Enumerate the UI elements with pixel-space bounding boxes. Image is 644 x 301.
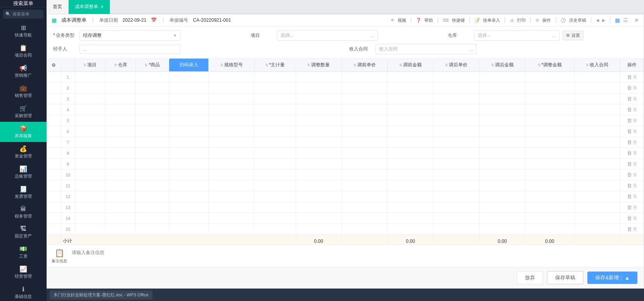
row-copy-btn[interactable]: ⎘ <box>634 85 637 91</box>
row-unit-cell[interactable] <box>254 148 296 159</box>
row-spec-cell[interactable] <box>209 126 254 137</box>
sidebar-item-quick-nav[interactable]: ⊞ 快速导航 <box>0 21 47 41</box>
row-product-cell[interactable] <box>136 126 169 137</box>
row-copy-btn[interactable]: ⎘ <box>634 194 637 199</box>
agent-input[interactable]: ... <box>80 45 180 54</box>
row-delete-btn[interactable]: 🗑 <box>627 96 632 102</box>
row-spec-cell[interactable] <box>209 180 254 191</box>
row-post-price-cell[interactable] <box>433 93 479 104</box>
row-unit-cell[interactable] <box>254 126 296 137</box>
row-pre-price-cell[interactable] <box>341 93 387 104</box>
row-pre-price-cell[interactable] <box>341 191 387 202</box>
row-post-price-cell[interactable] <box>433 159 479 170</box>
taskbar-item-wps[interactable]: 木门行业好业财处理方案-墨红红.doc - WPS Office <box>50 291 152 299</box>
row-adj-qty-cell[interactable] <box>296 104 341 115</box>
row-scan-cell[interactable] <box>169 137 209 148</box>
row-project-cell[interactable] <box>75 137 105 148</box>
row-spec-cell[interactable] <box>209 72 254 83</box>
row-adj-amount-cell[interactable] <box>525 213 574 224</box>
row-product-cell[interactable] <box>136 191 169 202</box>
row-unit-cell[interactable] <box>254 224 296 235</box>
row-warehouse-cell[interactable] <box>105 104 135 115</box>
row-pre-price-cell[interactable] <box>341 180 387 191</box>
row-product-cell[interactable] <box>136 224 169 235</box>
sidebar-item-project-contract[interactable]: 📋 项目合同 <box>0 41 47 61</box>
row-delete-btn[interactable]: 🗑 <box>627 226 632 232</box>
row-pre-price-cell[interactable] <box>341 224 387 235</box>
row-pre-amount-cell[interactable] <box>388 148 433 159</box>
row-adj-amount-cell[interactable] <box>525 126 574 137</box>
row-delete-btn[interactable]: 🗑 <box>627 204 632 210</box>
row-spec-cell[interactable] <box>209 170 254 180</box>
row-income-contract-cell[interactable] <box>574 72 620 83</box>
row-delete-btn[interactable]: 🗑 <box>627 194 632 199</box>
row-adj-amount-cell[interactable] <box>525 159 574 170</box>
row-pre-price-cell[interactable] <box>341 148 387 159</box>
row-unit-cell[interactable] <box>254 93 296 104</box>
toolbar-single-entry-btn[interactable]: 按单录入 <box>483 17 500 23</box>
row-post-price-cell[interactable] <box>433 126 479 137</box>
row-scan-cell[interactable] <box>169 93 209 104</box>
discard-button[interactable]: 放弃 <box>517 271 543 284</box>
row-project-cell[interactable] <box>75 104 105 115</box>
row-post-amount-cell[interactable] <box>479 213 525 224</box>
row-product-cell[interactable] <box>136 104 169 115</box>
save-draft-button[interactable]: 保存草稿 <box>547 271 583 284</box>
sidebar-item-basic-info[interactable]: ℹ 基础信息 <box>0 282 47 301</box>
row-income-contract-cell[interactable] <box>574 137 620 148</box>
row-pre-amount-cell[interactable] <box>388 159 433 170</box>
row-project-cell[interactable] <box>75 83 105 93</box>
sidebar-item-salary[interactable]: 💵 工资 <box>0 242 47 262</box>
row-copy-btn[interactable]: ⎘ <box>634 204 637 210</box>
row-copy-btn[interactable]: ⎘ <box>634 150 637 156</box>
row-unit-cell[interactable] <box>254 180 296 191</box>
search-menu-btn[interactable]: 搜索菜单 <box>13 0 33 7</box>
row-unit-cell[interactable] <box>254 104 296 115</box>
row-adj-amount-cell[interactable] <box>525 202 574 213</box>
row-delete-btn[interactable]: 🗑 <box>627 215 632 221</box>
row-post-price-cell[interactable] <box>433 170 479 180</box>
row-post-amount-cell[interactable] <box>479 224 525 235</box>
row-product-cell[interactable] <box>136 170 169 180</box>
row-post-price-cell[interactable] <box>433 72 479 83</box>
sidebar-item-sales-promotion[interactable]: 📢 营销推广 <box>0 61 47 81</box>
row-project-cell[interactable] <box>75 180 105 191</box>
row-post-price-cell[interactable] <box>433 115 479 126</box>
row-unit-cell[interactable] <box>254 83 296 93</box>
row-pre-price-cell[interactable] <box>341 170 387 180</box>
row-post-amount-cell[interactable] <box>479 148 525 159</box>
row-scan-cell[interactable] <box>169 72 209 83</box>
sidebar-item-inventory-calc[interactable]: 📦 库存核算 <box>0 122 47 142</box>
row-project-cell[interactable] <box>75 213 105 224</box>
row-product-cell[interactable] <box>136 159 169 170</box>
row-delete-btn[interactable]: 🗑 <box>627 118 632 123</box>
row-adj-amount-cell[interactable] <box>525 224 574 235</box>
row-post-amount-cell[interactable] <box>479 159 525 170</box>
notes-input[interactable] <box>72 248 639 257</box>
toolbar-list-icon[interactable]: ☰ <box>623 17 628 23</box>
row-pre-amount-cell[interactable] <box>388 191 433 202</box>
row-scan-cell[interactable] <box>169 104 209 115</box>
row-post-amount-cell[interactable] <box>479 180 525 191</box>
row-spec-cell[interactable] <box>209 93 254 104</box>
row-pre-amount-cell[interactable] <box>388 104 433 115</box>
sidebar-item-sales-mgmt[interactable]: 💼 销售管理 <box>0 81 47 102</box>
row-project-cell[interactable] <box>75 224 105 235</box>
row-unit-cell[interactable] <box>254 170 296 180</box>
row-project-cell[interactable] <box>75 126 105 137</box>
search-input-field[interactable]: 🔍 搜索菜单 <box>3 10 43 19</box>
row-copy-btn[interactable]: ⎘ <box>634 215 637 221</box>
save-new-dropdown-icon[interactable]: ▲ <box>621 275 630 281</box>
settings-button[interactable]: ⚙ 设置 <box>563 31 583 40</box>
row-pre-amount-cell[interactable] <box>388 202 433 213</box>
col-scan-input[interactable]: 扫码录入 <box>169 59 209 72</box>
row-spec-cell[interactable] <box>209 159 254 170</box>
toolbar-help-btn[interactable]: 帮助 <box>424 17 433 23</box>
row-adj-amount-cell[interactable] <box>525 170 574 180</box>
row-post-price-cell[interactable] <box>433 148 479 159</box>
row-spec-cell[interactable] <box>209 213 254 224</box>
row-product-cell[interactable] <box>136 83 169 93</box>
row-delete-btn[interactable]: 🗑 <box>627 139 632 145</box>
row-income-contract-cell[interactable] <box>574 170 620 180</box>
row-spec-cell[interactable] <box>209 137 254 148</box>
